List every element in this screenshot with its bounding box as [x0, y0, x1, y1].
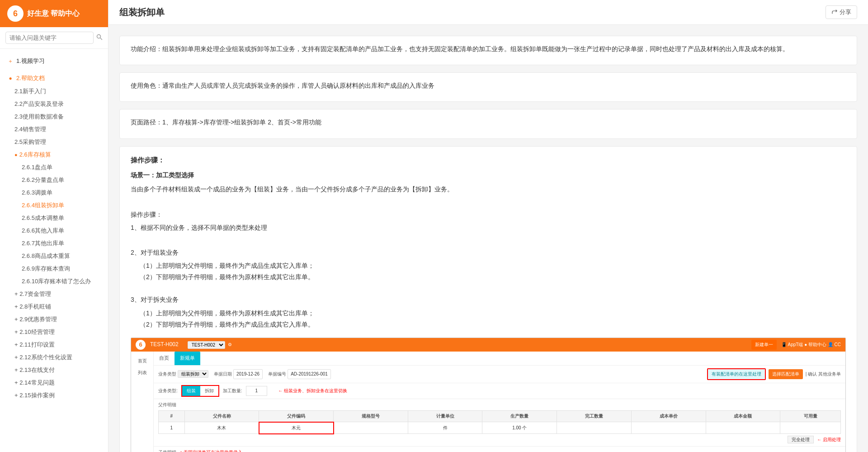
step2-sub2: （2）下部明细为子件明细，最终作为原材料生成其它出库单。 [140, 271, 846, 283]
table-row: 1 木木 木元 件 1.00 个 [159, 422, 841, 434]
sidebar-item-2-6-5[interactable]: 2.6.5成本调整单 [0, 212, 108, 224]
intro-card-3: 页面路径：1、库存核算->库存管理->组装拆卸单 2、首页->常用功能 [119, 109, 857, 138]
intro-text-3: 页面路径：1、库存核算->库存管理->组装拆卸单 2、首页->常用功能 [131, 117, 846, 128]
sidebar-item-2-6-6[interactable]: 2.6.6其他入库单 [0, 224, 108, 237]
app-type-select[interactable]: TEST-H002 [188, 341, 225, 349]
app-settings-icon[interactable]: ⚙ [228, 341, 232, 349]
confirm-area: | 确认 其他业务单 [806, 370, 841, 378]
teal-annotation-text: 有装配清单的在这里处理 [707, 368, 766, 380]
lower-table-area: 子件明细 ↑ 无固定清单可在这里批量录入 # 子件名称 子件编码 [154, 446, 845, 452]
intro-card-2: 使用角色：通常由生产人员或库管人员完成拆装业务的操作，库管人员确认原材料的出库和… [119, 72, 857, 102]
sidebar-section-1-label: 1.视频学习 [16, 57, 45, 65]
type-switch-label: 业务类型: [158, 387, 178, 395]
search-input[interactable] [5, 32, 94, 44]
sidebar-item-2-6-1[interactable]: 2.6.1盘点单 [0, 161, 108, 174]
share-button[interactable]: 分享 [826, 5, 857, 19]
share-icon [831, 9, 838, 15]
lower-table-title-row: 子件明细 ↑ 无固定清单可在这里批量录入 [158, 448, 841, 452]
app-type-switch-area: 业务类型: 组装 拆卸 加工数量: 1 ← 组装业务、拆卸业务在这里切换 [154, 383, 845, 399]
sidebar-item-2-3[interactable]: 2.3使用前数据准备 [0, 110, 108, 123]
form-type-select[interactable]: 组装拆卸 [178, 370, 208, 378]
form-number-value: AD-20191226-001 [288, 369, 331, 379]
step2-subs: （1）上部明细为父件明细，最终作为产成品生成其它入库单； （2）下部明细为子件明… [131, 260, 846, 283]
sidebar-item-2-12[interactable]: + 2.12系统个性化设置 [0, 351, 108, 364]
app-logo-icon: 6 [136, 340, 146, 350]
type-switch-box: 组装 拆卸 [181, 385, 219, 397]
sidebar-item-2-6-8[interactable]: 2.6.8商品成本重算 [0, 250, 108, 262]
sidebar-item-2-15[interactable]: + 2.15操作案例 [0, 389, 108, 402]
sidebar-item-2-6-7[interactable]: 2.6.7其他出库单 [0, 237, 108, 250]
sidebar-item-2-6-3[interactable]: 2.6.3调拨单 [0, 186, 108, 199]
sidebar-item-2-6-9[interactable]: 2.6.9库存账本查询 [0, 262, 108, 275]
annotation-enable: ← 启用处理 [817, 437, 841, 442]
screenshot-wrapper: 6 TEST-H002 TEST-H002 ⚙ 新建单一 📱 AppT端 ● 帮… [131, 338, 846, 452]
step3: 3、对于拆夹业务 [131, 294, 846, 305]
scene1-title: 场景一：加工类型选择 [131, 170, 846, 181]
scene1-desc: 当由多个子件材料组装成一个成品的业务为【组装】业务，当由一个父件拆分成多个子产品… [131, 184, 846, 195]
sidebar-item-2-6-10[interactable]: 2.6.10库存账本错了怎么办 [0, 275, 108, 288]
sidebar-header: 6 好生意 帮助中心 [0, 0, 108, 27]
app-icons-area: 📱 AppT端 ● 帮助中心 👤 CC [781, 341, 841, 349]
search-bar [0, 27, 108, 49]
sidebar-nav: ＋ 1.视频学习 ● 2.帮助文档 2.1新手入门 2.2产品安装及登录 2.3… [0, 49, 108, 452]
select-config-btn[interactable]: 选择匹配清单 [769, 369, 803, 379]
sidebar-item-2-1[interactable]: 2.1新手入门 [0, 85, 108, 98]
enable-btn[interactable]: 完全处理 [788, 436, 814, 443]
app-screenshot: 6 TEST-H002 TEST-H002 ⚙ 新建单一 📱 AppT端 ● 帮… [131, 338, 846, 452]
app-topbar-orange: 6 TEST-H002 TEST-H002 ⚙ 新建单一 📱 AppT端 ● 帮… [131, 338, 845, 352]
sidebar-item-2-5[interactable]: 2.5采购管理 [0, 136, 108, 148]
app-new-btn[interactable]: 新建单一 [751, 340, 777, 350]
col-seq: # [159, 410, 185, 422]
intro-text-1: 功能介绍：组装拆卸单用来处理企业组装或拆卸等加工业务，支持有固定装配清单的产品加… [131, 43, 846, 55]
sidebar-item-2-13[interactable]: + 2.13在线支付 [0, 364, 108, 376]
sidebar-item-2-6-4[interactable]: 2.6.4组装拆卸单 [0, 199, 108, 212]
form-field-number: 单据编号 AD-20191226-001 [268, 369, 331, 379]
form-field-type: 业务类型 组装拆卸 [158, 370, 208, 378]
type-option-2[interactable]: 拆卸 [200, 386, 218, 396]
sidebar-item-2-10[interactable]: + 2.10经营管理 [0, 326, 108, 338]
form-number-label: 单据编号 [268, 370, 286, 378]
sidebar-item-2-6-2[interactable]: 2.6.2分量盘点单 [0, 174, 108, 186]
app-main-area: 自页 新规单 业务类型 组装拆卸 [154, 352, 845, 452]
main-area: 组装拆卸单 分享 功能介绍：组装拆卸单用来处理企业组装或拆卸等加工业务，支持有固… [108, 0, 868, 452]
sidebar-item-2-4[interactable]: 2.4销售管理 [0, 123, 108, 136]
step3-sub2: （2）下部明细为子件明细，最终作为产成品生成其它入库单。 [140, 319, 846, 330]
sidebar-item-videos[interactable]: ＋ 1.视频学习 [0, 54, 108, 68]
parent-code-cell: 木元 [259, 422, 334, 434]
sidebar-item-2-14[interactable]: + 2.14常见问题 [0, 376, 108, 389]
app-nav-home[interactable]: 首页 [131, 355, 153, 367]
minus-icon: ● [7, 75, 14, 81]
sidebar-item-docs[interactable]: ● 2.帮助文档 [0, 71, 108, 85]
sidebar-sub-sub-items: 2.6.1盘点单 2.6.2分量盘点单 2.6.3调拨单 2.6.4组装拆卸单 … [0, 161, 108, 288]
upper-table-title: 父件明细 [158, 401, 841, 409]
step3-sub1: （1）上部明细为父件明细，最终作为原材料生成其它出库单； [140, 308, 846, 319]
app-tab-home[interactable]: 自页 [154, 352, 175, 365]
annotation-switch: ← 组装业务、拆卸业务在这里切换 [278, 387, 347, 395]
sidebar: 6 好生意 帮助中心 ＋ 1.视频学习 ● 2.帮助文档 2.1新手入门 [0, 0, 108, 452]
qty-label: 加工数量: [223, 387, 242, 395]
sidebar-item-2-6[interactable]: ● 2.6库存核算 [0, 148, 108, 161]
form-type-label: 业务类型 [158, 370, 176, 378]
sidebar-item-2-9[interactable]: + 2.9优惠券管理 [0, 313, 108, 326]
col-done-qty: 完工数量 [557, 410, 632, 422]
logo-icon: 6 [7, 5, 24, 22]
col-cost-price: 成本单价 [631, 410, 706, 422]
type-option-1[interactable]: 组装 [182, 386, 200, 396]
sidebar-item-2-8[interactable]: + 2.8手机旺铺 [0, 300, 108, 313]
search-icon[interactable] [96, 34, 103, 42]
nav-section-2: ● 2.帮助文档 2.1新手入门 2.2产品安装及登录 2.3使用前数据准备 2… [0, 70, 108, 404]
app-tab-new[interactable]: 新规单 [175, 352, 200, 365]
sidebar-item-2-11[interactable]: + 2.11打印设置 [0, 338, 108, 351]
col-spec: 规格型号 [334, 410, 408, 422]
form-date-value: 2019-12-26 [233, 369, 263, 379]
sidebar-item-2-7[interactable]: + 2.7资金管理 [0, 288, 108, 300]
ops-title: 操作步骤： [131, 154, 846, 166]
sidebar-item-2-2[interactable]: 2.2产品安装及登录 [0, 98, 108, 110]
ops-card: 操作步骤： 场景一：加工类型选择 当由多个子件材料组装成一个成品的业务为【组装】… [119, 146, 857, 452]
intro-text-2: 使用角色：通常由生产人员或库管人员完成拆装业务的操作，库管人员确认原材料的出库和… [131, 80, 846, 91]
app-nav-list[interactable]: 列表 [131, 367, 153, 379]
app-title: 好生意 帮助中心 [27, 9, 80, 19]
lower-table-title: 子件明细 [158, 448, 176, 452]
nav-section-1: ＋ 1.视频学习 [0, 52, 108, 70]
main-content: 功能介绍：组装拆卸单用来处理企业组装或拆卸等加工业务，支持有固定装配清单的产品加… [108, 25, 868, 452]
